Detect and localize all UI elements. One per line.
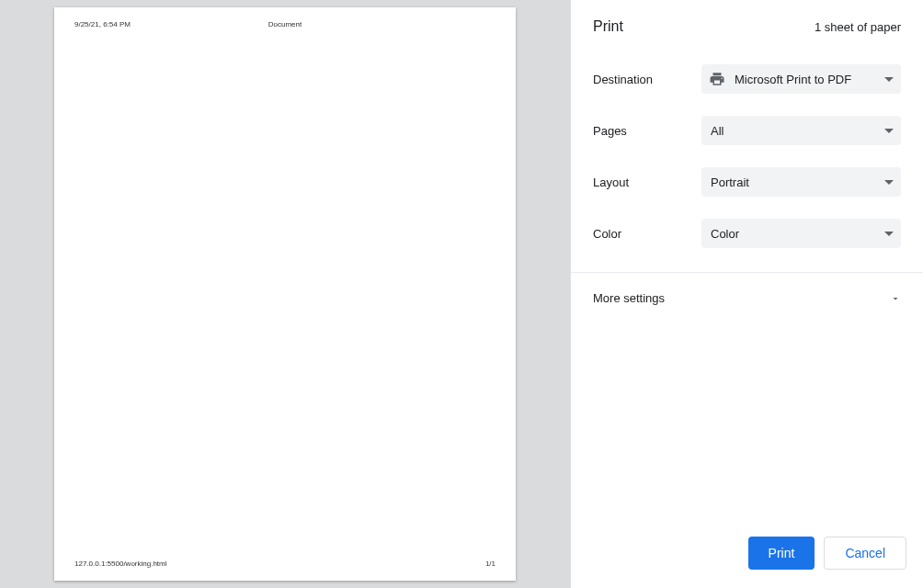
color-select[interactable]: Color	[701, 219, 901, 248]
print-panel: Print 1 sheet of paper Destination Micro…	[570, 0, 923, 588]
spacer	[571, 323, 923, 522]
page-footer: 127.0.0.1:5500/working.html 1/1	[74, 560, 496, 568]
destination-value: Microsoft Print to PDF	[735, 73, 851, 86]
chevron-down-icon	[884, 77, 894, 82]
layout-select[interactable]: Portrait	[701, 167, 901, 197]
panel-header: Print 1 sheet of paper	[571, 0, 923, 50]
action-bar: Print Cancel	[571, 522, 923, 588]
color-value: Color	[711, 227, 739, 241]
setting-row-pages: Pages All	[593, 105, 901, 156]
more-settings-toggle[interactable]: More settings	[571, 273, 923, 323]
pages-select[interactable]: All	[701, 116, 901, 145]
sheet-count: 1 sheet of paper	[815, 20, 901, 34]
preview-page-indicator: 1/1	[485, 560, 496, 568]
chevron-down-icon	[884, 180, 894, 185]
chevron-down-icon	[884, 232, 894, 236]
print-preview-area: 9/25/21, 6:54 PM Document 127.0.0.1:5500…	[0, 0, 570, 588]
cancel-button[interactable]: Cancel	[824, 537, 906, 570]
setting-row-destination: Destination Microsoft Print to PDF	[593, 53, 901, 105]
setting-row-color: Color Color	[593, 208, 901, 259]
print-button[interactable]: Print	[748, 537, 815, 570]
more-settings-label: More settings	[593, 291, 665, 305]
panel-title: Print	[593, 18, 623, 35]
chevron-down-icon	[884, 129, 894, 133]
destination-select[interactable]: Microsoft Print to PDF	[701, 64, 901, 94]
settings-list: Destination Microsoft Print to PDF Pages…	[571, 50, 923, 259]
page-header: 9/25/21, 6:54 PM Document	[74, 20, 496, 28]
chevron-down-icon	[890, 293, 901, 304]
preview-doc-title: Document	[268, 20, 302, 28]
preview-footer-url: 127.0.0.1:5500/working.html	[74, 560, 167, 568]
pages-label: Pages	[593, 124, 701, 138]
color-label: Color	[593, 227, 701, 241]
setting-row-layout: Layout Portrait	[593, 156, 901, 208]
layout-label: Layout	[593, 175, 701, 189]
layout-value: Portrait	[711, 175, 749, 189]
preview-timestamp: 9/25/21, 6:54 PM	[74, 20, 131, 28]
page-preview[interactable]: 9/25/21, 6:54 PM Document 127.0.0.1:5500…	[54, 7, 516, 581]
pages-value: All	[711, 124, 724, 138]
printer-icon	[709, 71, 725, 87]
destination-label: Destination	[593, 73, 701, 86]
